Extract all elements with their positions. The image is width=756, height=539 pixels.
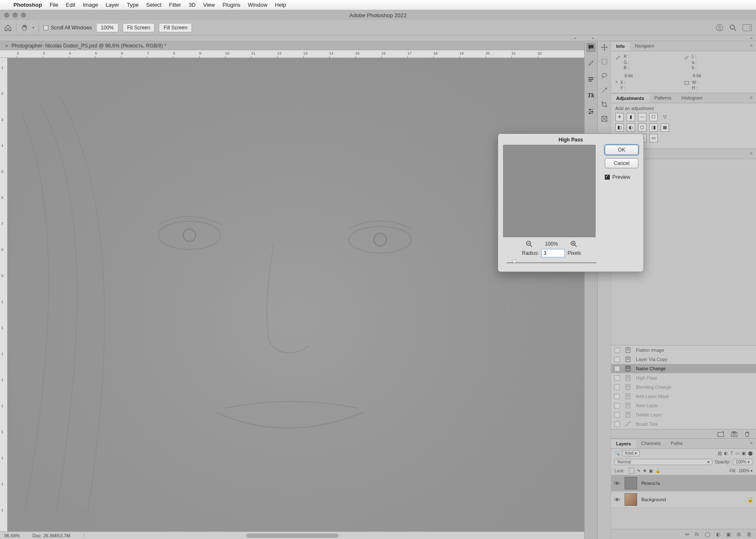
menu-layer[interactable]: Layer [105,2,119,8]
search-icon[interactable]: 🔍 [614,451,620,455]
panel-menu-icon[interactable]: ≡ [747,149,756,159]
menu-type[interactable]: Type [127,2,139,8]
lock-transparent-icon[interactable] [629,468,635,474]
filter-type-icon[interactable]: T [730,451,733,455]
menu-plugins[interactable]: Plugins [223,2,241,8]
vibrance-icon[interactable]: ◧ [615,123,624,132]
dialog-preview[interactable] [503,145,596,237]
mask-icon[interactable]: ◯ [705,531,710,537]
tab-layers[interactable]: Layers [611,439,636,448]
hand-tool-icon[interactable] [21,24,28,31]
opacity-input[interactable]: 100% ▾ [733,459,753,465]
lock-all-icon[interactable]: 🔒 [655,468,660,473]
menu-help[interactable]: Help [275,2,286,8]
character-panel-icon[interactable]: Tk [586,91,596,100]
tab-navigator[interactable]: Navigator [630,41,659,51]
traffic-minimize[interactable] [13,13,18,18]
exposure-icon[interactable]: ☐ [649,113,658,121]
bw-icon[interactable]: ◨ [649,123,658,132]
move-tool-icon[interactable] [600,43,609,52]
filter-toggle-icon[interactable]: ⬤ [748,451,753,455]
trash-icon[interactable] [744,431,750,437]
frame-tool-icon[interactable] [600,114,609,123]
lock-brush-icon[interactable]: ✎ [637,468,640,473]
filter-shape-icon[interactable]: ▭ [735,451,739,455]
blend-mode-dropdown[interactable]: Normal ▾ [614,459,712,465]
curves-icon[interactable]: 〰 [638,113,646,121]
filter-pixel-icon[interactable]: ▧ [718,451,722,455]
cancel-button[interactable]: Cancel [605,158,638,168]
menu-filter[interactable]: Filter [169,2,181,8]
close-tab-icon[interactable]: × [5,43,8,49]
brightness-icon[interactable]: ☀ [615,113,624,121]
grid-icon[interactable]: ▦ [661,123,669,132]
tab-paths[interactable]: Paths [666,439,688,448]
fill-screen-button[interactable]: Fill Screen [159,23,192,32]
history-toggle[interactable] [614,394,620,399]
ruler-vertical[interactable]: 123456789111111111 [0,58,8,531]
menu-view[interactable]: View [203,2,215,8]
history-item[interactable]: Flatten Image [611,345,756,355]
search-icon[interactable] [729,24,737,31]
layer-filter-dropdown[interactable]: Kind ▾ [622,450,640,456]
new-layer-icon[interactable]: ⊞ [737,531,741,537]
ruler-horizontal[interactable]: 2345678910111213141516171819202122 [0,50,584,58]
layer-name[interactable]: Background [641,497,666,502]
visibility-icon[interactable] [614,497,620,502]
menu-window[interactable]: Window [248,2,267,8]
traffic-zoom[interactable] [21,13,26,18]
history-toggle[interactable] [614,375,620,381]
panel-menu-icon[interactable]: ≡ [747,93,756,103]
layer-thumbnail[interactable] [625,477,637,489]
history-item[interactable]: Brush Tool [611,419,756,429]
marquee-tool-icon[interactable] [600,57,609,66]
layer-row[interactable]: Резкость [611,475,756,492]
properties-panel-icon[interactable] [586,107,596,116]
expand-handle-icon[interactable]: « [574,36,576,40]
status-chevron-icon[interactable]: 〉 [83,532,87,539]
mac-menu-bar[interactable]: Photoshop File Edit Image Layer Type Sel… [0,0,756,10]
hue-icon[interactable]: ◐ [627,123,635,132]
fill-input[interactable]: 100% ▾ [739,468,753,473]
color-balance-icon[interactable]: ⬡ [638,123,646,132]
history-item[interactable]: Blending Change [611,382,756,392]
history-toggle[interactable] [614,421,620,427]
triangle-icon[interactable]: ▽ [661,113,669,121]
history-toggle[interactable] [614,357,620,362]
horizontal-scrollbar[interactable] [246,534,339,538]
menu-select[interactable]: Select [146,2,161,8]
zoom-readout[interactable]: 96,58% [4,533,20,538]
history-item[interactable]: Delete Layer [611,410,756,419]
fit-screen-button[interactable]: Fit Screen [123,23,155,32]
group-icon[interactable]: ▣ [726,531,731,537]
new-snapshot-icon[interactable] [717,431,724,437]
lock-move-icon[interactable]: ✥ [643,468,646,473]
tab-channels[interactable]: Channels [636,439,665,448]
expand-handle-icon[interactable]: » [750,36,753,40]
radius-input[interactable] [541,249,565,257]
ok-button[interactable]: OK [605,145,638,155]
tab-adjustments[interactable]: Adjustments [611,93,649,103]
filter-smart-icon[interactable]: ▣ [742,451,746,455]
wand-tool-icon[interactable] [600,86,609,95]
adjustment-layer-icon[interactable]: ◐ [716,531,720,537]
filter-adjust-icon[interactable]: ◐ [724,451,728,455]
levels-icon[interactable]: ▮ [627,113,635,121]
menu-edit[interactable]: Edit [66,2,75,8]
history-item[interactable]: Name Change [611,364,756,373]
brush-panel-icon[interactable] [586,59,596,68]
comments-panel-icon[interactable] [586,43,596,52]
menu-image[interactable]: Image [83,2,98,8]
crop-tool-icon[interactable] [600,100,609,109]
history-toggle[interactable] [614,385,620,390]
canvas[interactable] [8,58,584,531]
menu-3d[interactable]: 3D [189,2,196,8]
zoom-100-button[interactable]: 100% [96,23,118,32]
traffic-close[interactable] [4,13,9,18]
trash-icon[interactable]: 🗑 [747,531,752,537]
lasso-tool-icon[interactable] [600,71,609,81]
layer-thumbnail[interactable] [625,493,637,506]
link-layers-icon[interactable]: ⇔ [685,531,689,537]
history-item[interactable]: Add Layer Mask [611,392,756,401]
home-icon[interactable] [4,24,12,31]
